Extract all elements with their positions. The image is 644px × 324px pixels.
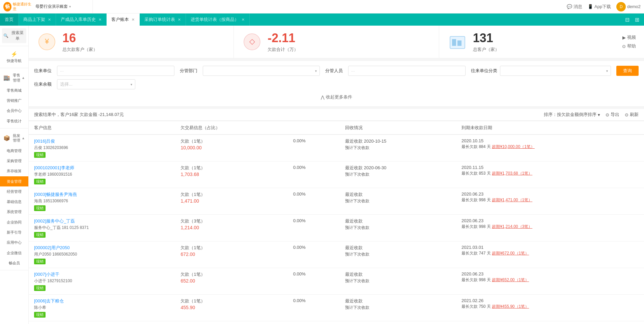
sidebar-item-retail-stat[interactable]: 零售统计 bbox=[0, 116, 28, 126]
window-restore-btn[interactable]: ⊟ bbox=[624, 16, 631, 24]
close-icon[interactable]: ✕ bbox=[242, 18, 245, 22]
sidebar-search-btn[interactable]: 🔍 搜索菜单 bbox=[2, 28, 26, 43]
sidebar-item-retail-mgmt[interactable]: 🏬 零售管理 ▲ bbox=[0, 70, 28, 85]
debt-percent: 0.00% bbox=[293, 165, 334, 170]
person-input[interactable]: ··· bbox=[348, 66, 466, 76]
sidebar-item-member2[interactable]: 畅会员 bbox=[0, 258, 28, 268]
overdue-amount-link[interactable]: 超期¥672.00（1笔） bbox=[492, 251, 529, 256]
debt-amount[interactable]: 455.90 bbox=[180, 305, 282, 310]
help-icon: ⊙ bbox=[622, 44, 626, 49]
customer-name-link[interactable]: [0016]吕俊 bbox=[34, 138, 170, 144]
customer-name-link[interactable]: [0001020001]李老师 bbox=[34, 165, 170, 171]
overdue-amount-link[interactable]: 超期¥652.00（1笔） bbox=[492, 277, 529, 282]
tab-customer-account[interactable]: 客户账本 ✕ bbox=[107, 13, 140, 26]
sidebar-item-newbie[interactable]: 新手引导 bbox=[0, 227, 28, 237]
overdue-amount-link[interactable]: 超期¥1,214.00（3笔） bbox=[492, 224, 532, 229]
sidebar-item-retail-store[interactable]: 零售商城 bbox=[0, 85, 28, 95]
tab-product-shelf[interactable]: 商品上下架 ✕ bbox=[19, 13, 56, 26]
cell-debt-percent: 0.00% bbox=[288, 215, 340, 241]
sidebar-item-wechat[interactable]: 企业微信 bbox=[0, 248, 28, 258]
tab-home[interactable]: 首页 bbox=[0, 13, 19, 26]
overdue-days: 最长欠款 998 天 bbox=[461, 224, 492, 229]
stat-number-customers: 16 bbox=[62, 31, 97, 45]
customer-name-link[interactable]: [000002]用户2050 bbox=[34, 245, 170, 251]
sidebar-item-app-center[interactable]: 应用中心 bbox=[0, 237, 28, 247]
dept-select[interactable]: ▾ bbox=[203, 66, 320, 76]
cell-due-date: 2020.06.23 最长欠款 998 天 超期¥1,214.00（3笔） bbox=[456, 215, 644, 241]
tab-purchase-product-stat[interactable]: 进货单统计表（按商品） ✕ bbox=[186, 13, 250, 26]
collapse-icon: ⋀ bbox=[321, 95, 325, 100]
sidebar-item-quick-nav[interactable]: ⚡ 快捷导航 bbox=[0, 48, 28, 66]
payback-date: 最近收款 bbox=[345, 192, 451, 198]
customer-name-link[interactable]: [0002]服务中心_丁磊 bbox=[34, 218, 170, 224]
sidebar-item-member[interactable]: 会员中心 bbox=[0, 106, 28, 116]
overdue-amount-link[interactable]: 超期¥455.90（1笔） bbox=[492, 304, 529, 309]
due-date: 2020.11.15 bbox=[461, 165, 639, 170]
customer-name-link[interactable]: [0007]小进干 bbox=[34, 271, 170, 277]
results-actions: 排序：按欠款金额倒序排序 ▾ ⊙ 导出 ⊙ 刷新 bbox=[544, 112, 639, 118]
cell-debt-info: 欠款（1笔） 672.00 bbox=[175, 241, 288, 268]
store-selector[interactable]: 母婴行业演示账套 ▾ bbox=[32, 0, 93, 13]
customer-sub: 服务中心_丁磊 181 0125 8371 bbox=[34, 225, 170, 231]
debt-amount[interactable]: 10,000.00 bbox=[180, 145, 282, 150]
customer-stat-icon: ¥ bbox=[37, 32, 57, 52]
help-btn[interactable]: ⊙ 帮助 bbox=[622, 43, 636, 49]
stat-info-customers: 16 总欠款客户（家） bbox=[62, 31, 97, 53]
debt-amount[interactable]: 652.00 bbox=[180, 278, 282, 284]
cell-due-date: 2020.11.15 最长欠款 853 天 超期¥1,703.68（1笔） bbox=[456, 161, 644, 188]
overdue-days: 最长欠款 747 天 bbox=[461, 251, 492, 256]
overdue-amount-link[interactable]: 超期¥1,703.68（1笔） bbox=[492, 171, 532, 176]
tab-purchase-stat[interactable]: 采购订单统计表 ✕ bbox=[140, 13, 186, 26]
cell-customer-info: [0002]服务中心_丁磊 服务中心_丁磊 181 0125 8371 现销 bbox=[29, 215, 175, 241]
user-avatar-btn[interactable]: D demo2 bbox=[616, 2, 641, 11]
sort-selector[interactable]: 排序：按欠款金额倒序排序 ▾ bbox=[544, 112, 600, 118]
debt-count: 欠款（1笔） bbox=[180, 245, 282, 251]
customer-name-link[interactable]: [0003]畅捷服务尹海燕 bbox=[34, 192, 170, 198]
sidebar-item-ecom-mgmt[interactable]: 电商管理 bbox=[0, 146, 28, 156]
sidebar-item-finance[interactable]: 资金管理 bbox=[0, 176, 28, 186]
stats-row: ¥ 16 总欠款客户（家） ◇ bbox=[29, 26, 644, 58]
cell-payback: 最近收款 预计下次收款 bbox=[340, 268, 456, 295]
refresh-btn[interactable]: ⊙ 刷新 bbox=[625, 112, 639, 118]
sidebar-item-inventory[interactable]: 库存核算 bbox=[0, 166, 28, 176]
video-btn[interactable]: ▶ 视频 bbox=[622, 34, 636, 40]
sidebar-item-sys-mgmt[interactable]: 系统管理 bbox=[0, 207, 28, 217]
sidebar-item-enterprise[interactable]: 企业协同 bbox=[0, 217, 28, 227]
unit-category-select[interactable]: ▾ bbox=[500, 66, 611, 76]
app-download-btn[interactable]: 📱 App下载 bbox=[588, 4, 611, 10]
debt-amount[interactable]: 1,214.00 bbox=[180, 225, 282, 230]
customer-name-link[interactable]: [0006]去下粮仓 bbox=[34, 298, 170, 304]
sidebar-item-purchase-mgmt[interactable]: 采购管理 bbox=[0, 156, 28, 166]
sidebar-item-basic-info[interactable]: 基础信息 bbox=[0, 197, 28, 207]
tab-product-history[interactable]: 产成品入库单历史 ✕ bbox=[56, 13, 107, 26]
from-unit-input[interactable]: ··· bbox=[57, 66, 174, 76]
debt-amount[interactable]: 1,471.00 bbox=[180, 198, 282, 204]
close-icon[interactable]: ✕ bbox=[48, 18, 51, 22]
chevron-down-icon: ▾ bbox=[131, 83, 132, 86]
window-fullscreen-btn[interactable]: ⊞ bbox=[634, 16, 641, 24]
overdue-amount-link[interactable]: 超期¥1,471.00（1笔） bbox=[492, 198, 532, 202]
close-icon[interactable]: ✕ bbox=[99, 18, 102, 22]
balance-select[interactable]: 选择... ▾ bbox=[57, 79, 135, 89]
debt-amount[interactable]: 1,703.68 bbox=[180, 172, 282, 177]
filter-unit-category: 往来单位分类 ▾ bbox=[471, 66, 611, 76]
search-button[interactable]: 查询 bbox=[616, 66, 639, 76]
collapse-filter-btn[interactable]: ⋀ 收起更多条件 bbox=[34, 93, 639, 101]
debt-count: 欠款（1笔） bbox=[180, 298, 282, 304]
cell-debt-info: 欠款（1笔） 429.00 bbox=[175, 321, 288, 324]
debt-amount[interactable]: 672.00 bbox=[180, 252, 282, 257]
cell-due-date: 2020.12.30 最长欠款 808 天 超期¥429.00（1笔） bbox=[456, 321, 644, 324]
close-icon[interactable]: ✕ bbox=[132, 18, 135, 22]
svg-rect-6 bbox=[457, 40, 461, 46]
overdue-amount-link[interactable]: 超期¥10,000.00（1笔） bbox=[492, 144, 535, 149]
message-btn[interactable]: 💬 消息 bbox=[567, 4, 582, 10]
sidebar-item-operation-mgmt[interactable]: 经营管理 bbox=[0, 186, 28, 197]
close-icon[interactable]: ✕ bbox=[178, 18, 181, 22]
sidebar-item-marketing[interactable]: 营销推广 bbox=[0, 95, 28, 106]
sidebar-item-batch-mgmt[interactable]: 📦 批发管理 ▲ bbox=[0, 130, 28, 146]
export-btn[interactable]: ⊙ 导出 bbox=[606, 112, 619, 118]
chevron-down-icon: ▾ bbox=[69, 5, 71, 8]
chevron-down-icon: ▲ bbox=[22, 136, 25, 140]
th-customer-info: 客户信息 bbox=[29, 121, 175, 135]
nav-icon: ⚡ bbox=[11, 51, 18, 57]
